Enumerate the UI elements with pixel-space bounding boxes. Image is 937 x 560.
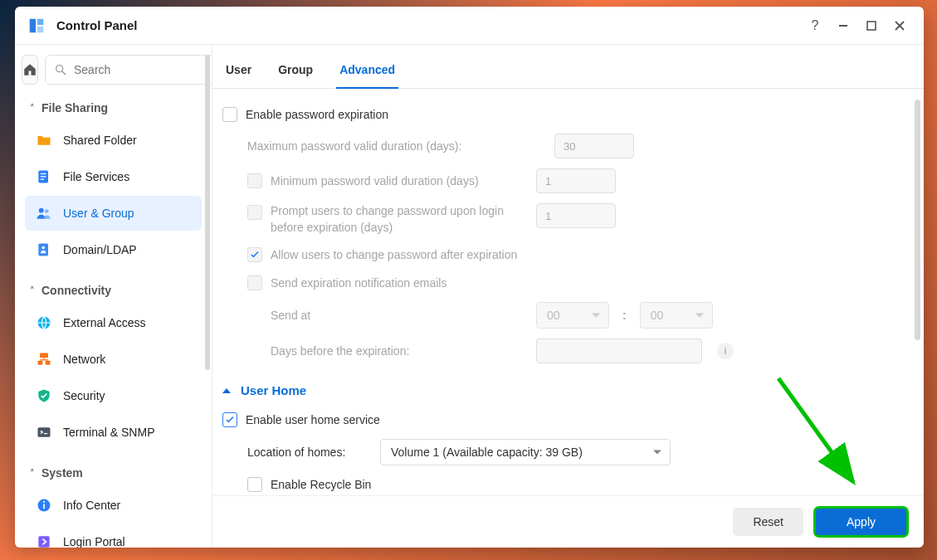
control-panel-window: Control Panel ? ˄ File Sharing [15, 7, 924, 548]
allow-change-checkbox [247, 247, 262, 262]
svg-rect-11 [41, 176, 46, 177]
send-emails-checkbox [247, 275, 262, 290]
sidebar-item-label: Security [63, 389, 105, 402]
prompt-input [536, 203, 616, 228]
portal-icon [35, 533, 53, 548]
section-system[interactable]: ˄ System [22, 458, 205, 486]
min-duration-checkbox [247, 173, 262, 188]
sidebar-item-label: External Access [63, 316, 146, 329]
enable-recycle-checkbox[interactable] [247, 477, 262, 492]
sidebar-scrollbar[interactable] [205, 55, 210, 370]
close-button[interactable] [886, 12, 914, 40]
svg-rect-2 [37, 26, 43, 32]
search-icon [54, 63, 67, 76]
section-label: Connectivity [41, 284, 111, 297]
sidebar-item-user-group[interactable]: User & Group [25, 196, 202, 231]
send-at-label: Send at [271, 309, 528, 322]
home-button[interactable] [22, 55, 38, 85]
min-duration-label: Minimum password valid duration (days) [271, 174, 528, 187]
svg-point-16 [41, 246, 45, 250]
sidebar-item-network[interactable]: Network [25, 342, 202, 377]
tab-group[interactable]: Group [275, 58, 316, 88]
home-icon [22, 62, 37, 77]
chevron-up-icon: ˄ [30, 103, 35, 114]
section-label: System [41, 466, 83, 480]
time-colon: : [617, 309, 632, 322]
titlebar: Control Panel ? [15, 7, 924, 45]
sidebar-item-info-center[interactable]: Info Center [25, 488, 202, 523]
svg-rect-25 [43, 504, 45, 509]
svg-rect-19 [38, 361, 43, 365]
sidebar-item-external-access[interactable]: External Access [25, 305, 202, 340]
chevron-down-icon [653, 450, 661, 455]
svg-rect-1 [37, 18, 43, 24]
folder-icon [35, 131, 53, 149]
apply-button[interactable]: Apply [815, 508, 907, 536]
sidebar-item-label: Login Portal [63, 535, 125, 548]
main-panel: User Group Advanced Enable password expi… [212, 45, 924, 548]
minimize-button[interactable] [829, 12, 857, 40]
users-icon [35, 204, 53, 222]
svg-rect-15 [38, 244, 48, 256]
sidebar-item-label: Domain/LDAP [63, 243, 137, 256]
svg-rect-23 [38, 427, 51, 437]
user-home-group[interactable]: User Home [222, 368, 907, 406]
shield-icon [35, 387, 53, 405]
chevron-up-icon: ˄ [30, 468, 35, 479]
search-box[interactable] [45, 55, 212, 85]
svg-point-13 [39, 208, 44, 213]
svg-rect-0 [30, 18, 36, 32]
info-icon [35, 496, 53, 514]
tab-advanced[interactable]: Advanced [336, 58, 398, 88]
enable-home-label: Enable user home service [246, 413, 380, 426]
enable-home-checkbox[interactable] [222, 412, 237, 427]
book-icon [35, 241, 53, 259]
section-title: User Home [241, 383, 306, 397]
days-before-label: Days before the expiration: [271, 344, 528, 358]
sidebar-item-shared-folder[interactable]: Shared Folder [25, 123, 202, 158]
tab-user[interactable]: User [222, 58, 255, 88]
tabs: User Group Advanced [212, 45, 924, 89]
search-input[interactable] [74, 63, 212, 76]
file-icon [35, 168, 53, 186]
location-label: Location of homes: [247, 446, 372, 459]
send-hour-select: 00 [536, 302, 609, 329]
enable-expiration-checkbox[interactable] [222, 107, 237, 122]
sidebar-item-domain-ldap[interactable]: Domain/LDAP [25, 232, 202, 267]
send-emails-label: Send expiration notification emails [271, 276, 447, 290]
reset-button[interactable]: Reset [733, 508, 803, 536]
globe-icon [35, 314, 53, 332]
sidebar-item-label: Terminal & SNMP [63, 426, 154, 439]
chevron-up-icon: ˄ [30, 285, 35, 296]
svg-point-7 [56, 66, 63, 72]
section-label: File Sharing [41, 101, 108, 114]
min-duration-input [536, 168, 616, 193]
sidebar-item-label: Shared Folder [63, 134, 137, 147]
svg-rect-18 [40, 353, 48, 358]
max-duration-label: Maximum password valid duration (days): [247, 139, 546, 153]
svg-rect-27 [38, 536, 49, 547]
sidebar-item-label: User & Group [63, 207, 134, 220]
section-connectivity[interactable]: ˄ Connectivity [22, 275, 205, 304]
svg-point-14 [45, 209, 49, 213]
svg-line-8 [62, 71, 66, 75]
sidebar-item-security[interactable]: Security [25, 378, 202, 413]
sidebar-item-terminal-snmp[interactable]: Terminal & SNMP [25, 415, 202, 450]
info-icon[interactable]: i [717, 343, 734, 359]
content-area: Enable password expiration Maximum passw… [212, 89, 924, 495]
enable-recycle-label: Enable Recycle Bin [271, 478, 371, 491]
sidebar-item-file-services[interactable]: File Services [25, 159, 202, 194]
main-scrollbar[interactable] [915, 100, 920, 340]
help-button[interactable]: ? [801, 12, 829, 40]
sidebar-item-label: Network [63, 353, 105, 366]
window-title: Control Panel [56, 18, 138, 32]
terminal-icon [35, 423, 53, 441]
maximize-button[interactable] [857, 12, 886, 40]
sidebar-item-label: File Services [63, 170, 129, 183]
sidebar-item-login-portal[interactable]: Login Portal [25, 524, 202, 548]
section-file-sharing[interactable]: ˄ File Sharing [22, 93, 205, 121]
svg-rect-4 [867, 22, 876, 30]
enable-expiration-label: Enable password expiration [246, 108, 388, 121]
network-icon [35, 350, 53, 368]
location-select[interactable]: Volume 1 (Available capacity: 39 GB) [380, 439, 671, 465]
